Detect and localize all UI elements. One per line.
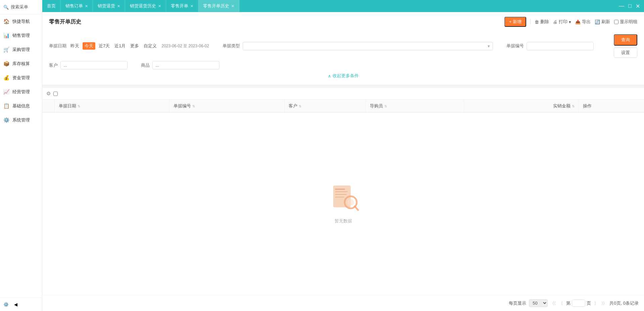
tab-retail-open[interactable]: 零售开单✕ bbox=[166, 0, 198, 12]
add-button[interactable]: + 新增 bbox=[504, 17, 526, 27]
sidebar-item-quick-nav[interactable]: 🏠快捷导航 bbox=[0, 14, 42, 29]
sidebar-item-finance[interactable]: 💰资金管理 bbox=[0, 71, 42, 85]
empty-illustration bbox=[327, 184, 360, 214]
tab-label-home: 首页 bbox=[47, 3, 56, 9]
sidebar-item-inventory[interactable]: 📦库存核算 bbox=[0, 57, 42, 71]
table-container: ⚙ 单据日期 ⇅ 单据编 bbox=[42, 88, 644, 311]
sidebar-menu: 🏠快捷导航📊销售管理🛒采购管理📦库存核算💰资金管理📈经营管理📋基础信息⚙️系统管… bbox=[0, 14, 42, 298]
tab-home[interactable]: 首页 bbox=[42, 0, 61, 12]
col-customer[interactable]: 客户 ⇅ bbox=[284, 100, 365, 113]
filter-area: 单据日期 昨天 今天 近7天 近1月 更多 自定义 2023-06-02 至 2… bbox=[49, 31, 637, 82]
sidebar-item-basic-info[interactable]: 📋基础信息 bbox=[0, 99, 42, 113]
sidebar-item-operations[interactable]: 📈经营管理 bbox=[0, 85, 42, 99]
tab-sales-order[interactable]: 销售订单✕ bbox=[61, 0, 93, 12]
tab-sales-return-history[interactable]: 销货退货历史✕ bbox=[125, 0, 166, 12]
sidebar-item-label: 采购管理 bbox=[12, 47, 30, 53]
query-button[interactable]: 查询 bbox=[614, 34, 637, 46]
tab-retail-history[interactable]: 零售开单历史✕ bbox=[198, 0, 239, 12]
tab-label-sales-order: 销售订单 bbox=[65, 3, 83, 9]
delete-button[interactable]: 🗑 删除 bbox=[535, 19, 549, 25]
export-button[interactable]: 📤 导出 bbox=[575, 19, 591, 25]
next-page-btn[interactable]: ⟩ bbox=[592, 300, 598, 306]
filter-group-goods: 商品 bbox=[141, 61, 219, 69]
set-button[interactable]: 设置 bbox=[614, 48, 637, 58]
svg-line-7 bbox=[355, 206, 358, 210]
filter-group-number: 单据编号 bbox=[506, 42, 594, 50]
window-close-btn[interactable]: ✕ bbox=[636, 3, 640, 9]
finance-icon: 💰 bbox=[3, 75, 10, 81]
current-page-input[interactable]: 1 bbox=[572, 300, 585, 307]
date-yesterday-btn[interactable]: 昨天 bbox=[69, 42, 81, 50]
refresh-icon: 🔄 bbox=[595, 19, 600, 24]
sidebar-item-system-mgmt[interactable]: ⚙️系统管理 bbox=[0, 113, 42, 127]
system-mgmt-icon: ⚙️ bbox=[3, 117, 10, 123]
topbar: 首页销售订单✕销货退货✕销货退货历史✕零售开单✕零售开单历史✕ — □ ✕ bbox=[42, 0, 644, 12]
topbar-tabs: 首页销售订单✕销货退货✕销货退货历史✕零售开单✕零售开单历史✕ bbox=[42, 0, 615, 12]
col-date[interactable]: 单据日期 ⇅ bbox=[54, 100, 169, 113]
page-title-bar: 零售开单历史 + 新增 🗑 删除 🖨 打印 ▾ 📤 导出 bbox=[49, 17, 637, 27]
tab-close-sales-return[interactable]: ✕ bbox=[117, 4, 120, 8]
refresh-button[interactable]: 🔄 刷新 bbox=[595, 19, 610, 25]
delete-icon: 🗑 bbox=[535, 19, 539, 24]
window-maximize-btn[interactable]: □ bbox=[628, 3, 632, 9]
date-custom-btn[interactable]: 自定义 bbox=[142, 42, 158, 50]
inventory-icon: 📦 bbox=[3, 61, 10, 67]
main: 首页销售订单✕销货退货✕销货退货历史✕零售开单✕零售开单历史✕ — □ ✕ 零售… bbox=[42, 0, 644, 311]
sidebar-search[interactable]: 🔍 搜索采单 bbox=[0, 0, 42, 14]
date-today-btn[interactable]: 今天 bbox=[83, 42, 95, 50]
number-input[interactable] bbox=[527, 42, 594, 50]
col-guide[interactable]: 导购员 ⇅ bbox=[366, 100, 464, 113]
select-all-checkbox[interactable] bbox=[53, 92, 58, 96]
col-number[interactable]: 单据编号 ⇅ bbox=[169, 100, 285, 113]
display-detail-checkbox[interactable]: 显示明细 bbox=[614, 19, 637, 25]
collapse-filter-btn[interactable]: ∧ 收起更多条件 bbox=[49, 73, 637, 82]
page-size-label: 每页显示 bbox=[509, 300, 526, 306]
customer-input[interactable] bbox=[60, 61, 128, 69]
page-label-after: 页 bbox=[587, 300, 591, 306]
type-select[interactable]: ▾ bbox=[243, 42, 493, 50]
tab-close-retail-history[interactable]: ✕ bbox=[231, 4, 234, 8]
date-1month-btn[interactable]: 近1月 bbox=[113, 42, 127, 50]
collapse-label: 收起更多条件 bbox=[333, 73, 359, 79]
tab-close-retail-open[interactable]: ✕ bbox=[190, 4, 193, 8]
goods-input[interactable] bbox=[152, 61, 219, 69]
filter-group-customer: 客户 bbox=[49, 61, 128, 69]
filter-group-date: 单据日期 昨天 今天 近7天 近1月 更多 自定义 2023-06-02 至 2… bbox=[49, 42, 209, 50]
filter-row-1: 单据日期 昨天 今天 近7天 近1月 更多 自定义 2023-06-02 至 2… bbox=[49, 34, 637, 58]
date-range-display: 2023-06-02 至 2023-06-02 bbox=[161, 43, 209, 49]
number-label: 单据编号 bbox=[506, 43, 524, 49]
col-amount[interactable]: 实销金额 ⇅ bbox=[464, 100, 579, 113]
settings-icon[interactable]: ⚙️ bbox=[3, 302, 9, 307]
tab-label-retail-history: 零售开单历史 bbox=[203, 3, 229, 9]
table-header-row: 单据日期 ⇅ 单据编号 ⇅ 客户 bbox=[42, 100, 644, 113]
total-info: 共0页, 0条记录 bbox=[609, 300, 639, 306]
prev-page-btn[interactable]: ⟨ bbox=[559, 300, 565, 306]
svg-rect-3 bbox=[335, 194, 347, 195]
basic-info-icon: 📋 bbox=[3, 103, 10, 109]
sidebar-item-purchase-mgmt[interactable]: 🛒采购管理 bbox=[0, 43, 42, 57]
display-detail-input[interactable] bbox=[614, 20, 618, 24]
tab-label-sales-return-history: 销货退货历史 bbox=[130, 3, 156, 9]
tab-label-sales-return: 销货退货 bbox=[98, 3, 115, 9]
page-header: 零售开单历史 + 新增 🗑 删除 🖨 打印 ▾ 📤 导出 bbox=[42, 12, 644, 85]
date-7days-btn[interactable]: 近7天 bbox=[97, 42, 111, 50]
sidebar-item-sales-mgmt[interactable]: 📊销售管理 bbox=[0, 29, 42, 43]
table-settings-icon[interactable]: ⚙ bbox=[46, 91, 51, 97]
window-minimize-btn[interactable]: — bbox=[619, 3, 624, 9]
date-more-btn[interactable]: 更多 bbox=[129, 42, 140, 50]
last-page-btn[interactable]: ⟩⟩ bbox=[599, 300, 607, 306]
tab-sales-return[interactable]: 销货退货✕ bbox=[93, 0, 125, 12]
content: 零售开单历史 + 新增 🗑 删除 🖨 打印 ▾ 📤 导出 bbox=[42, 12, 644, 311]
tab-label-retail-open: 零售开单 bbox=[171, 3, 188, 9]
print-button[interactable]: 🖨 打印 ▾ bbox=[553, 19, 571, 25]
page-size-select[interactable]: 102050100 bbox=[529, 299, 548, 307]
tab-close-sales-order[interactable]: ✕ bbox=[85, 4, 88, 8]
svg-point-6 bbox=[347, 199, 354, 206]
collapse-sidebar-icon[interactable]: ◀ bbox=[14, 302, 17, 307]
topbar-right: — □ ✕ bbox=[615, 3, 644, 9]
data-table: 单据日期 ⇅ 单据编号 ⇅ 客户 bbox=[42, 100, 644, 113]
tab-close-sales-return-history[interactable]: ✕ bbox=[158, 4, 161, 8]
pagination: 每页显示 102050100 ⟨⟨ ⟨ 第 1 页 ⟩ ⟩⟩ 共0页, 0条记录 bbox=[42, 295, 644, 311]
sales-mgmt-icon: 📊 bbox=[3, 33, 10, 39]
first-page-btn[interactable]: ⟨⟨ bbox=[550, 300, 558, 306]
